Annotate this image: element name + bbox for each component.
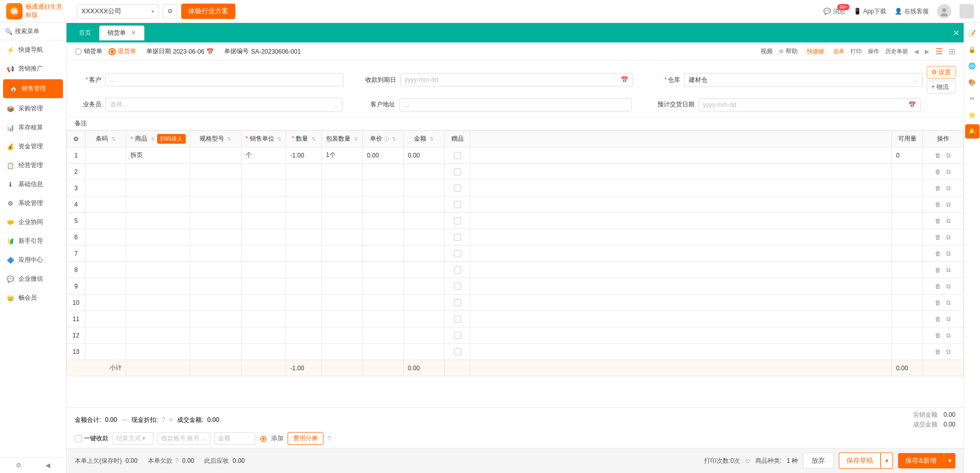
gift-checkbox-4[interactable] — [454, 201, 461, 208]
online-service-button[interactable]: 👤 在线客服 — [895, 7, 929, 16]
row-qty-13[interactable] — [286, 344, 322, 360]
save-new-button[interactable]: 保存&新增 — [898, 453, 944, 468]
print-link[interactable]: 打印 — [851, 48, 862, 55]
video-link[interactable]: 视频 — [760, 47, 773, 56]
row-price-3[interactable] — [363, 180, 404, 196]
sidebar-item-finance[interactable]: 💰 资金管理 — [0, 137, 66, 156]
row-spec-4[interactable] — [190, 196, 241, 213]
warehouse-input[interactable]: 建材仓 ... — [684, 73, 923, 87]
row-product-1[interactable]: 拆页 — [126, 147, 190, 164]
sidebar-item-wxwork[interactable]: 💬 企业微信 — [0, 269, 66, 288]
app-download-button[interactable]: 📱 App下载 — [854, 7, 886, 16]
row-gift-12[interactable] — [445, 327, 470, 344]
total-owe-help-icon[interactable]: ? — [175, 457, 179, 464]
row-delete-icon-2[interactable]: 🗑 — [935, 168, 941, 175]
gift-checkbox-9[interactable] — [454, 283, 461, 290]
row-gift-5[interactable] — [445, 213, 470, 229]
row-amount-7[interactable] — [404, 245, 445, 262]
row-unit-10[interactable] — [241, 295, 286, 311]
row-gift-4[interactable] — [445, 196, 470, 213]
address-input[interactable]: ... — [399, 98, 631, 111]
row-qty-2[interactable] — [286, 164, 322, 180]
row-spec-8[interactable] — [190, 262, 241, 278]
row-product-9[interactable] — [126, 278, 190, 295]
row-delete-icon-9[interactable]: 🗑 — [935, 283, 941, 290]
save-draft-dropdown[interactable]: ▾ — [881, 453, 893, 469]
view-list-icon[interactable]: ☰ — [935, 47, 943, 56]
row-gift-6[interactable] — [445, 229, 470, 245]
row-unit-4[interactable] — [241, 196, 286, 213]
row-amount-12[interactable] — [404, 327, 445, 344]
row-amount-13[interactable] — [404, 344, 445, 360]
row-gift-13[interactable] — [445, 344, 470, 360]
row-price-8[interactable] — [363, 262, 404, 278]
sidebar-search[interactable]: 🔍 搜索菜单 — [0, 23, 66, 40]
sidebar-settings-icon[interactable]: ⚙ — [16, 462, 21, 469]
row-product-8[interactable] — [126, 262, 190, 278]
table-gear-icon[interactable]: ⚙ — [73, 136, 79, 143]
row-product-5[interactable] — [126, 213, 190, 229]
row-qty-11[interactable] — [286, 311, 322, 327]
right-panel-palette-icon[interactable]: 🎨 — [965, 75, 979, 89]
payment-method-input[interactable]: 结算方式 ▾ — [113, 432, 154, 445]
table-container[interactable]: ⚙ 条码 ⇅ * 商品 ⇅ 扫码录入 — [67, 130, 964, 407]
tab-home[interactable]: 首页 — [71, 26, 99, 40]
logistics-button[interactable]: + 物流 — [927, 81, 955, 94]
row-delete-icon-13[interactable]: 🗑 — [935, 348, 941, 355]
save-draft-button[interactable]: 保存草稿 — [839, 453, 881, 469]
row-pkgqty-13[interactable] — [322, 344, 363, 360]
row-delete-icon-11[interactable]: 🗑 — [935, 316, 941, 323]
row-price-4[interactable] — [363, 196, 404, 213]
row-copy-icon-10[interactable]: ⧉ — [946, 299, 951, 306]
row-product-3[interactable] — [126, 180, 190, 196]
row-pkgqty-12[interactable] — [322, 327, 363, 344]
expected-date-calendar-icon[interactable]: 📅 — [908, 101, 916, 108]
history-link[interactable]: 历史单据 — [885, 48, 908, 55]
row-pkgqty-4[interactable] — [322, 196, 363, 213]
user-avatar[interactable] — [937, 4, 951, 18]
sidebar-item-basic-info[interactable]: ℹ 基础信息 — [0, 175, 66, 194]
right-panel-globe-icon[interactable]: 🌐 — [965, 59, 979, 73]
row-qty-5[interactable] — [286, 213, 322, 229]
row-product-13[interactable] — [126, 344, 190, 360]
row-product-10[interactable] — [126, 295, 190, 311]
help-link[interactable]: ⊙ 帮助 — [779, 47, 798, 56]
radio-sale[interactable]: 销货单 — [75, 47, 102, 56]
row-unit-3[interactable] — [241, 180, 286, 196]
tab-close-all[interactable]: ✕ — [953, 28, 960, 38]
save-new-dropdown[interactable]: ▾ — [944, 453, 955, 468]
gift-checkbox-8[interactable] — [454, 266, 461, 274]
right-panel-edit-icon[interactable]: ✏ — [965, 92, 979, 106]
row-barcode-10[interactable] — [85, 295, 126, 311]
row-barcode-7[interactable] — [85, 245, 126, 262]
row-barcode-5[interactable] — [85, 213, 126, 229]
gift-checkbox-7[interactable] — [454, 250, 461, 257]
gift-checkbox-6[interactable] — [454, 234, 461, 241]
row-copy-icon-4[interactable]: ⧉ — [946, 201, 951, 208]
row-delete-icon-4[interactable]: 🗑 — [935, 201, 941, 208]
action-link[interactable]: 操作 — [868, 48, 879, 55]
one-click-payment-checkbox[interactable]: 一键收款 — [75, 434, 108, 443]
sidebar-item-member[interactable]: 👑 畅会员 — [0, 288, 66, 307]
row-barcode-11[interactable] — [85, 311, 126, 327]
row-unit-13[interactable] — [241, 344, 286, 360]
row-copy-icon-5[interactable]: ⧉ — [946, 217, 951, 224]
row-unit-5[interactable] — [241, 213, 286, 229]
row-price-7[interactable] — [363, 245, 404, 262]
row-gift-3[interactable] — [445, 180, 470, 196]
row-amount-9[interactable] — [404, 278, 445, 295]
row-gift-10[interactable] — [445, 295, 470, 311]
row-amount-6[interactable] — [404, 229, 445, 245]
row-product-4[interactable] — [126, 196, 190, 213]
row-delete-icon-8[interactable]: 🗑 — [935, 266, 941, 274]
row-spec-6[interactable] — [190, 229, 241, 245]
nav-prev-icon[interactable]: ◀ — [914, 48, 919, 55]
row-spec-13[interactable] — [190, 344, 241, 360]
row-qty-1[interactable]: -1.00 — [286, 147, 322, 164]
row-barcode-12[interactable] — [85, 327, 126, 344]
row-price-13[interactable] — [363, 344, 404, 360]
row-barcode-3[interactable] — [85, 180, 126, 196]
sidebar-collapse-icon[interactable]: ◀ — [46, 462, 50, 469]
row-delete-icon-7[interactable]: 🗑 — [935, 250, 941, 257]
row-amount-10[interactable] — [404, 295, 445, 311]
